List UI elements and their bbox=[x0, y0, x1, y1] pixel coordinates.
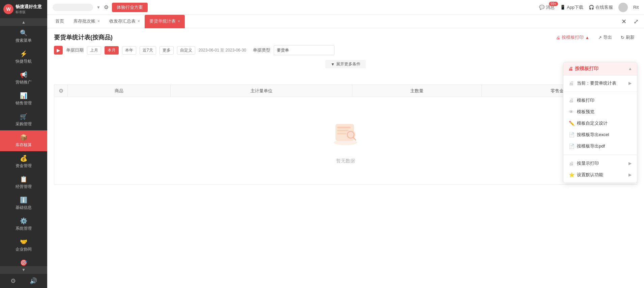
dropdown-chevron-icon[interactable]: ▲ bbox=[628, 66, 632, 71]
sidebar-item-label: 经营管理 bbox=[16, 184, 32, 190]
tab-receivable-summary-close[interactable]: × bbox=[138, 19, 140, 24]
sidebar-item-marketing[interactable]: 📢 营销推广 bbox=[0, 68, 47, 89]
printer-icon: 🖨 bbox=[556, 35, 560, 40]
topbar-gear-icon[interactable]: ⚙ bbox=[104, 4, 109, 10]
sidebar-scroll-down[interactable]: ▼ bbox=[0, 266, 47, 274]
sidebar-item-label: 系统管理 bbox=[16, 226, 32, 231]
data-table: ⚙ 商品 主计量单位 主数量 零售金额 bbox=[54, 85, 637, 185]
sidebar-item-basics[interactable]: ℹ️ 基础信息 bbox=[0, 193, 47, 214]
date-btn-current-month[interactable]: 本月 bbox=[105, 46, 119, 55]
date-btn-custom[interactable]: 自定义 bbox=[177, 46, 195, 55]
sidebar-item-enterprise[interactable]: 🤝 企业协同 bbox=[0, 235, 47, 256]
sidebar-item-quick-nav[interactable]: ⚡ 快捷导航 bbox=[0, 47, 47, 68]
dropdown-item-label: 按显示打印 bbox=[577, 160, 599, 166]
expand-label: 展开更多条件 bbox=[336, 61, 360, 67]
refresh-btn[interactable]: ↻ 刷新 bbox=[618, 33, 637, 42]
sidebar-item-finance[interactable]: 💰 资金管理 bbox=[0, 151, 47, 172]
template-preview-icon: 👁 bbox=[569, 109, 574, 115]
tab-order-stats-close[interactable]: × bbox=[178, 19, 180, 24]
sidebar-item-system[interactable]: ⚙️ 系统管理 bbox=[0, 214, 47, 235]
date-btn-more[interactable]: 更多 bbox=[159, 46, 174, 55]
marketing-icon: 📢 bbox=[20, 71, 27, 78]
tab-close-window-btn[interactable]: ✕ bbox=[619, 17, 628, 26]
sidebar-item-purchase[interactable]: 🛒 采购管理 bbox=[0, 109, 47, 130]
empty-text: 暂无数据 bbox=[336, 158, 355, 164]
set-default-icon: ⭐ bbox=[569, 172, 574, 178]
dropdown-item-template-custom[interactable]: ✏️ 模板自定义设计 bbox=[563, 118, 637, 129]
guide-icon: 🎯 bbox=[20, 259, 27, 266]
dropdown-item-template-print[interactable]: 🖨 模板打印 bbox=[563, 95, 637, 106]
topbar: ▼ ⚙ 体验行业方案 💬 消息 99+ 📱 App下载 🎧 在线客服 Rit bbox=[47, 0, 644, 15]
table-container: ⚙ 商品 主计量单位 主数量 零售金额 bbox=[47, 85, 644, 185]
app-download-item[interactable]: 📱 App下载 bbox=[560, 4, 583, 10]
tab-maximize-btn[interactable]: ⤢ bbox=[631, 17, 641, 26]
empty-icon bbox=[329, 117, 362, 154]
dropdown-item-label: 按模板导出excel bbox=[577, 132, 609, 138]
tab-receivable-summary[interactable]: 收发存汇总表 × bbox=[105, 15, 145, 28]
dropdown-item-export-pdf[interactable]: 📄 按模板导出pdf bbox=[563, 140, 637, 152]
template-print-chevron-up-icon: ▲ bbox=[585, 35, 589, 40]
dropdown-item-export-excel[interactable]: 📄 按模板导出excel bbox=[563, 129, 637, 140]
template-print-btn[interactable]: 🖨 按模板打印 ▲ bbox=[553, 33, 592, 42]
topbar-right: 💬 消息 99+ 📱 App下载 🎧 在线客服 Rit bbox=[539, 3, 639, 12]
dropdown-item-label: 模板自定义设计 bbox=[577, 120, 608, 126]
dropdown-section-current: 🖨 当前：要货单统计表 ▶ bbox=[563, 75, 637, 91]
username-label: Rit bbox=[633, 5, 639, 10]
dropdown-section-extra: 🖨 按显示打印 ▶ ⭐ 设置默认功能 ▶ bbox=[563, 156, 637, 183]
tab-inventory-batch-close[interactable]: × bbox=[97, 19, 100, 24]
filter-toggle-btn[interactable]: ▶ bbox=[54, 46, 63, 55]
industry-btn[interactable]: 体验行业方案 bbox=[112, 3, 148, 12]
dropdown-section-items: 🖨 模板打印 👁 模板预览 ✏️ 模板自定义设计 📄 按模板导出excel 📄 bbox=[563, 93, 637, 154]
sidebar-scroll-up[interactable]: ▲ bbox=[0, 19, 47, 26]
sidebar-item-guide[interactable]: 🎯 新手引导 bbox=[0, 256, 47, 266]
display-print-icon: 🖨 bbox=[569, 161, 574, 166]
audio-bottom-icon[interactable]: 🔊 bbox=[30, 277, 37, 285]
table-header-row: ⚙ 商品 主计量单位 主数量 零售金额 bbox=[54, 85, 637, 97]
empty-illustration bbox=[329, 117, 362, 148]
app-download-icon: 📱 bbox=[560, 5, 565, 10]
sidebar-item-sales[interactable]: 📊 销售管理 bbox=[0, 89, 47, 109]
sidebar-item-search-menu[interactable]: 🔍 搜索菜单 bbox=[0, 26, 47, 47]
sidebar-item-label: 搜索菜单 bbox=[16, 38, 32, 43]
enterprise-icon: 🤝 bbox=[20, 238, 27, 246]
basics-icon: ℹ️ bbox=[20, 196, 27, 204]
expand-row: ▼ 展开更多条件 bbox=[47, 59, 644, 72]
refresh-label: 刷新 bbox=[626, 34, 635, 40]
display-print-arrow: ▶ bbox=[628, 161, 632, 166]
dropdown-item-set-default[interactable]: ⭐ 设置默认功能 ▶ bbox=[563, 169, 637, 181]
set-default-arrow: ▶ bbox=[628, 172, 632, 177]
tab-home[interactable]: 首页 bbox=[51, 15, 69, 28]
svg-rect-3 bbox=[337, 130, 349, 131]
search-menu-icon: 🔍 bbox=[20, 29, 27, 37]
sidebar-item-label: 资金管理 bbox=[16, 163, 32, 169]
settings-bottom-icon[interactable]: ⚙ bbox=[10, 277, 16, 285]
sidebar-item-inventory[interactable]: 📦 库存核算 bbox=[0, 130, 47, 151]
dropdown-item-display-print[interactable]: 🖨 按显示打印 ▶ bbox=[563, 158, 637, 169]
topbar-search-input[interactable] bbox=[53, 4, 93, 11]
tab-inventory-batch[interactable]: 库存批次账 × bbox=[69, 15, 105, 28]
date-btn-prev-month[interactable]: 上月 bbox=[87, 46, 101, 55]
tabbar: 首页 库存批次账 × 收发存汇总表 × 要货单统计表 × ✕ ⤢ bbox=[47, 15, 644, 28]
empty-state: 暂无数据 bbox=[54, 97, 637, 184]
table-settings-icon[interactable]: ⚙ bbox=[59, 88, 63, 94]
type-filter-select[interactable]: 要货单 bbox=[274, 45, 334, 55]
export-btn[interactable]: ↗ 导出 bbox=[595, 33, 615, 42]
svg-rect-2 bbox=[337, 127, 351, 128]
dropdown-item-template-preview[interactable]: 👁 模板预览 bbox=[563, 106, 637, 118]
user-avatar[interactable] bbox=[618, 3, 628, 12]
topbar-chevron-icon[interactable]: ▼ bbox=[96, 5, 100, 10]
sidebar-item-operations[interactable]: 📋 经营管理 bbox=[0, 172, 47, 193]
sidebar-item-label: 营销推广 bbox=[16, 79, 32, 85]
expand-more-btn[interactable]: ▼ 展开更多条件 bbox=[325, 60, 366, 68]
sidebar-nav: 🔍 搜索菜单 ⚡ 快捷导航 📢 营销推广 📊 销售管理 🛒 采购管理 📦 库存核… bbox=[0, 26, 47, 266]
dropdown-current-item[interactable]: 🖨 当前：要货单统计表 ▶ bbox=[563, 77, 637, 89]
page-actions: 🖨 按模板打印 ▲ ↗ 导出 ↻ 刷新 bbox=[553, 33, 637, 42]
date-btn-current-year[interactable]: 本年 bbox=[122, 46, 136, 55]
tab-order-stats[interactable]: 要货单统计表 × bbox=[145, 15, 185, 28]
message-item[interactable]: 💬 消息 99+ bbox=[539, 4, 555, 10]
purchase-icon: 🛒 bbox=[20, 113, 27, 120]
date-btn-last-7-days[interactable]: 近7天 bbox=[140, 46, 156, 55]
dropdown-item-label: 模板预览 bbox=[577, 109, 594, 115]
online-service-item[interactable]: 🎧 在线客服 bbox=[589, 4, 613, 10]
template-print-item-icon: 🖨 bbox=[569, 98, 574, 103]
